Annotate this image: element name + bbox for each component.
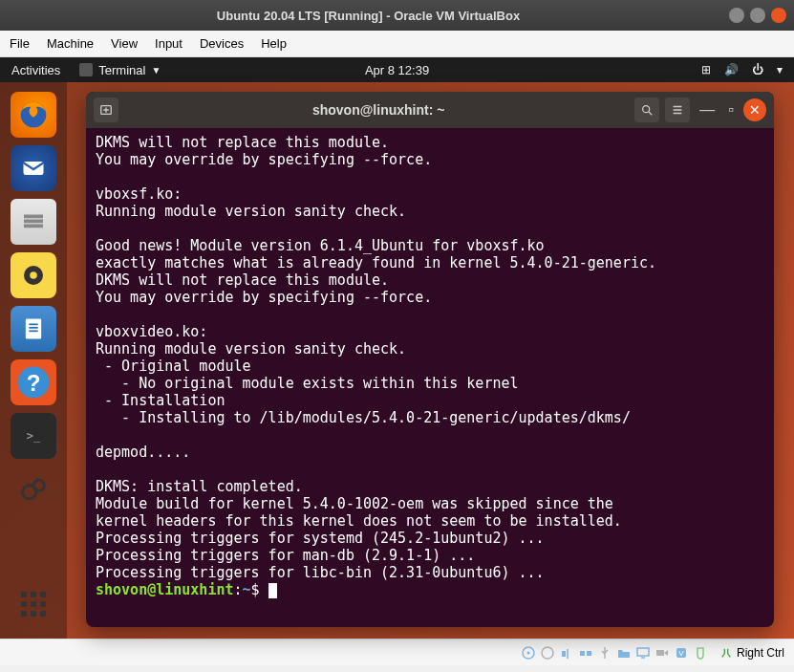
svg-point-18 xyxy=(643,106,650,113)
svg-line-19 xyxy=(649,112,653,116)
terminal-window: shovon@linuxhint: ~ — ▫ ✕ DKMS will not … xyxy=(86,92,774,627)
minimize-button[interactable] xyxy=(729,8,744,23)
document-icon xyxy=(20,315,47,342)
gear-icon xyxy=(17,473,50,506)
optical-drive-icon[interactable] xyxy=(540,645,555,661)
prompt-sep: : xyxy=(234,581,243,598)
speaker-icon xyxy=(19,261,48,290)
power-icon: ⏻ xyxy=(752,63,763,76)
activities-button[interactable]: Activities xyxy=(11,63,60,77)
svg-text:V: V xyxy=(678,649,684,658)
hamburger-icon xyxy=(671,103,684,117)
network-icon: ⊞ xyxy=(701,63,711,76)
network-status-icon[interactable] xyxy=(578,645,593,661)
usb-icon[interactable] xyxy=(597,645,612,661)
host-key-label: Right Ctrl xyxy=(737,646,784,660)
apps-grid-icon xyxy=(21,592,46,617)
hard-disk-icon[interactable] xyxy=(521,645,536,661)
app-menu[interactable]: Terminal ▼ xyxy=(79,63,161,77)
recording-icon[interactable] xyxy=(655,645,670,661)
menu-machine[interactable]: Machine xyxy=(47,36,94,51)
app-menu-label: Terminal xyxy=(98,63,145,77)
host-key-indicator[interactable]: Right Ctrl xyxy=(719,646,784,660)
virtualbox-titlebar: Ubuntu 20.04 LTS [Running] - Oracle VM V… xyxy=(0,0,794,31)
prompt-path: ~ xyxy=(243,581,251,598)
gnome-topbar: Activities Terminal ▼ Apr 8 12:39 ⊞ 🔊 ⏻ … xyxy=(0,57,794,82)
virtualbox-statusbar: V Right Ctrl xyxy=(0,639,794,665)
firefox-icon xyxy=(18,99,49,130)
menu-help[interactable]: Help xyxy=(261,36,287,51)
close-button[interactable] xyxy=(771,8,786,23)
maximize-button[interactable] xyxy=(750,8,765,23)
svg-text:?: ? xyxy=(27,370,41,396)
dock-show-apps[interactable] xyxy=(11,581,56,627)
chevron-down-icon: ▼ xyxy=(151,65,161,76)
svg-rect-31 xyxy=(656,650,664,656)
svg-point-25 xyxy=(542,647,553,659)
dock-settings[interactable] xyxy=(11,466,56,512)
guest-display: Activities Terminal ▼ Apr 8 12:39 ⊞ 🔊 ⏻ … xyxy=(0,57,794,639)
search-button[interactable] xyxy=(634,98,659,122)
terminal-prompt-icon: >_ xyxy=(27,429,40,443)
chevron-down-icon: ▾ xyxy=(777,63,783,76)
svg-rect-29 xyxy=(637,648,649,656)
display-icon[interactable] xyxy=(635,645,651,661)
new-tab-button[interactable] xyxy=(94,98,118,122)
terminal-minimize-button[interactable]: — xyxy=(696,101,719,119)
menu-file[interactable]: File xyxy=(10,36,30,51)
svg-point-6 xyxy=(30,271,37,279)
terminal-output: DKMS will not replace this module. You m… xyxy=(96,134,656,581)
dock-terminal[interactable]: >_ xyxy=(11,413,56,459)
mouse-integration-icon[interactable] xyxy=(693,645,708,661)
svg-rect-27 xyxy=(580,651,585,656)
window-title: Ubuntu 20.04 LTS [Running] - Oracle VM V… xyxy=(8,9,729,23)
menu-input[interactable]: Input xyxy=(155,36,182,51)
dock-help[interactable]: ? xyxy=(11,359,56,405)
system-menu[interactable]: ⊞ 🔊 ⏻ ▾ xyxy=(701,63,783,76)
dock-writer[interactable] xyxy=(11,306,56,352)
keyboard-icon xyxy=(719,646,733,660)
svg-rect-7 xyxy=(26,319,41,339)
thunderbird-icon xyxy=(20,155,47,182)
terminal-content[interactable]: DKMS will not replace this module. You m… xyxy=(86,128,774,627)
clock[interactable]: Apr 8 12:39 xyxy=(365,63,429,77)
virtualbox-menubar: File Machine View Input Devices Help xyxy=(0,31,794,57)
prompt-symbol: $ xyxy=(251,581,260,598)
guest-additions-icon[interactable]: V xyxy=(674,645,689,661)
new-tab-icon xyxy=(99,103,113,117)
shared-folders-icon[interactable] xyxy=(616,645,632,661)
audio-icon[interactable] xyxy=(559,645,574,661)
dock: ? >_ xyxy=(0,82,67,639)
prompt-user: shovon@linuxhint xyxy=(96,581,234,598)
dock-files[interactable] xyxy=(11,199,56,245)
svg-rect-28 xyxy=(587,651,591,656)
terminal-close-button[interactable]: ✕ xyxy=(743,98,766,121)
menu-view[interactable]: View xyxy=(111,36,138,51)
hamburger-menu-button[interactable] xyxy=(665,98,690,122)
terminal-title: shovon@linuxhint: ~ xyxy=(122,102,634,118)
svg-point-14 xyxy=(33,480,44,490)
svg-rect-3 xyxy=(24,220,43,224)
help-icon: ? xyxy=(16,365,51,400)
svg-point-24 xyxy=(526,651,529,654)
menu-devices[interactable]: Devices xyxy=(200,36,244,51)
svg-rect-4 xyxy=(24,225,43,228)
window-controls xyxy=(729,8,786,23)
dock-thunderbird[interactable] xyxy=(11,145,56,191)
dock-firefox[interactable] xyxy=(11,92,56,138)
cursor xyxy=(268,583,277,598)
terminal-headerbar: shovon@linuxhint: ~ — ▫ ✕ xyxy=(86,92,774,128)
svg-rect-2 xyxy=(24,215,43,219)
terminal-maximize-button[interactable]: ▫ xyxy=(724,101,738,119)
dock-rhythmbox[interactable] xyxy=(11,252,56,298)
svg-rect-26 xyxy=(562,651,566,657)
files-icon xyxy=(19,207,48,236)
terminal-indicator-icon xyxy=(79,63,93,76)
volume-icon: 🔊 xyxy=(724,63,739,76)
search-icon xyxy=(640,103,654,117)
